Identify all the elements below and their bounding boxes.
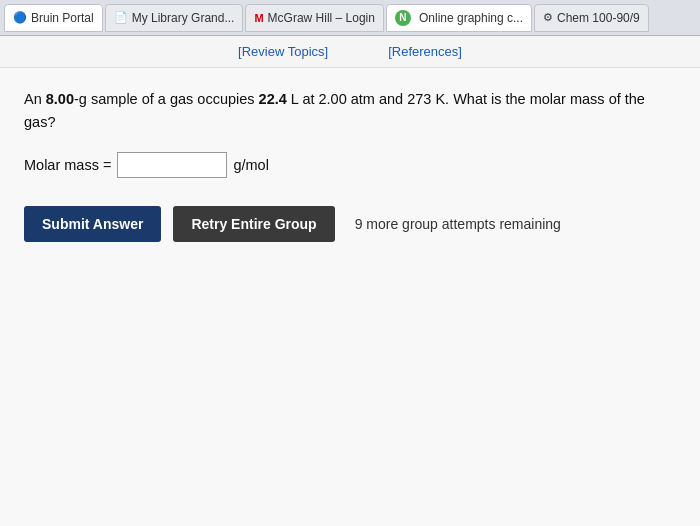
tab-chem-label: Chem 100-90/9 — [557, 11, 640, 25]
tab-library-label: My Library Grand... — [132, 11, 235, 25]
tab-my-library[interactable]: 📄 My Library Grand... — [105, 4, 244, 32]
molar-mass-label: Molar mass = — [24, 157, 111, 173]
tab-bruin-portal[interactable]: 🔵 Bruin Portal — [4, 4, 103, 32]
online-icon: N — [395, 10, 411, 26]
tab-mcgraw-hill[interactable]: M McGraw Hill – Login — [245, 4, 384, 32]
answer-row: Molar mass = g/mol — [24, 152, 676, 178]
library-icon: 📄 — [114, 11, 128, 24]
tab-mcgraw-label: McGraw Hill – Login — [268, 11, 375, 25]
button-row: Submit Answer Retry Entire Group 9 more … — [24, 206, 676, 242]
submit-answer-button[interactable]: Submit Answer — [24, 206, 161, 242]
tab-chem[interactable]: ⚙ Chem 100-90/9 — [534, 4, 649, 32]
unit-label: g/mol — [233, 157, 268, 173]
mass-value: 8.00 — [46, 91, 74, 107]
retry-group-button[interactable]: Retry Entire Group — [173, 206, 334, 242]
tab-bruin-label: Bruin Portal — [31, 11, 94, 25]
volume-value: 22.4 — [259, 91, 287, 107]
question-text: An 8.00-g sample of a gas occupies 22.4 … — [24, 88, 676, 134]
bruin-icon: 🔵 — [13, 11, 27, 24]
molar-mass-input[interactable] — [117, 152, 227, 178]
tab-online-label: Online graphing c... — [419, 11, 523, 25]
chem-icon: ⚙ — [543, 11, 553, 24]
attempts-remaining-text: 9 more group attempts remaining — [355, 216, 561, 232]
browser-tab-bar: 🔵 Bruin Portal 📄 My Library Grand... M M… — [0, 0, 700, 36]
references-link[interactable]: [References] — [388, 44, 462, 59]
link-bar: [Review Topics] [References] — [0, 36, 700, 68]
mcgraw-icon: M — [254, 12, 263, 24]
review-topics-link[interactable]: [Review Topics] — [238, 44, 328, 59]
main-content: An 8.00-g sample of a gas occupies 22.4 … — [0, 68, 700, 526]
tab-online-graphing[interactable]: N Online graphing c... — [386, 4, 532, 32]
